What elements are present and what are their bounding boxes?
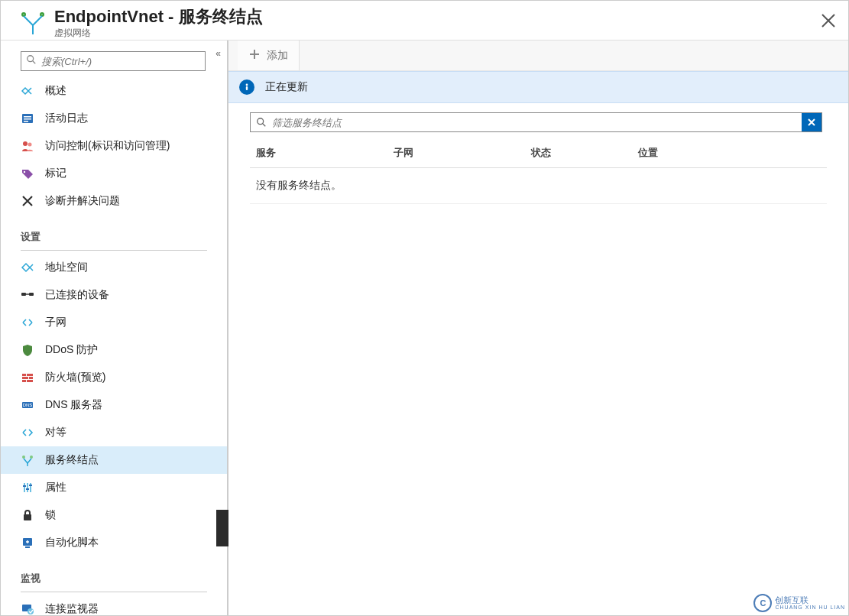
- info-icon: [239, 79, 254, 95]
- svg-point-39: [258, 118, 264, 125]
- svg-rect-27: [27, 483, 28, 492]
- dns-icon: DNS: [21, 398, 34, 412]
- svg-rect-17: [22, 377, 28, 379]
- connection-monitor-icon: [21, 602, 34, 615]
- sidebar-item-overview[interactable]: 概述: [1, 77, 227, 105]
- filter-input[interactable]: [272, 113, 802, 131]
- tags-icon: [21, 167, 34, 180]
- sidebar-item-label: 属性: [45, 481, 66, 494]
- sidebar-item-service-endpoints[interactable]: 服务终结点: [1, 446, 227, 474]
- sidebar-item-properties[interactable]: 属性: [1, 474, 227, 501]
- sidebar-item-access-control[interactable]: 访问控制(标识和访问管理): [1, 132, 227, 160]
- svg-point-11: [24, 171, 25, 173]
- sidebar-search[interactable]: [21, 51, 206, 71]
- sidebar-item-automation-script[interactable]: 自动化脚本: [1, 529, 227, 556]
- col-service[interactable]: 服务: [256, 146, 394, 160]
- svg-rect-15: [22, 374, 26, 376]
- sidebar-item-subnets[interactable]: 子网: [1, 309, 227, 336]
- watermark-logo-icon: C: [753, 594, 772, 612]
- sidebar-item-tags[interactable]: 标记: [1, 160, 227, 187]
- info-banner: 正在更新: [228, 71, 848, 103]
- banner-message: 正在更新: [265, 80, 308, 94]
- page-subtitle: 虚拟网络: [54, 27, 91, 40]
- sidebar-item-label: 地址空间: [45, 261, 88, 274]
- svg-text:DNS: DNS: [23, 403, 33, 407]
- svg-rect-8: [24, 121, 28, 122]
- address-space-icon: [21, 261, 34, 274]
- filter-box[interactable]: [250, 112, 822, 132]
- sidebar-item-label: 服务终结点: [45, 453, 99, 467]
- sidebar-item-label: 对等: [45, 426, 66, 439]
- sidebar-item-address-space[interactable]: 地址空间: [1, 254, 227, 281]
- svg-line-40: [263, 124, 266, 127]
- col-status[interactable]: 状态: [531, 146, 638, 160]
- svg-point-24: [30, 456, 33, 459]
- search-icon: [251, 113, 272, 131]
- properties-icon: [21, 481, 34, 494]
- sidebar-item-label: 标记: [45, 167, 66, 180]
- add-button[interactable]: 添加: [238, 41, 300, 70]
- sidebar-item-label: 访问控制(标识和访问管理): [45, 139, 170, 153]
- diagnose-icon: [21, 194, 34, 208]
- svg-point-0: [22, 13, 25, 16]
- svg-rect-32: [24, 514, 31, 520]
- sidebar-item-label: 防火墙(预览): [45, 371, 105, 384]
- sidebar-item-peerings[interactable]: 对等: [1, 419, 227, 446]
- lock-icon: [21, 508, 34, 522]
- sidebar-search-input[interactable]: [41, 56, 200, 67]
- svg-rect-7: [24, 118, 31, 120]
- plus-icon: [248, 48, 267, 63]
- svg-rect-31: [29, 485, 32, 486]
- sidebar-item-label: DNS 服务器: [45, 398, 102, 412]
- activity-log-icon: [21, 112, 34, 125]
- vnet-icon: [19, 8, 47, 36]
- svg-rect-26: [24, 483, 25, 492]
- svg-point-1: [41, 13, 44, 16]
- svg-rect-38: [246, 86, 248, 90]
- watermark: C 创新互联 CHUANG XIN HU LIAN: [753, 594, 845, 612]
- sidebar-item-label: 连接监视器: [45, 602, 99, 615]
- sidebar-item-dns[interactable]: DNS DNS 服务器: [1, 391, 227, 419]
- access-control-icon: [21, 139, 34, 153]
- sidebar-item-label: 活动日志: [45, 112, 88, 125]
- svg-rect-29: [23, 485, 26, 487]
- automation-script-icon: [21, 536, 34, 550]
- sidebar-item-ddos[interactable]: DDoS 防护: [1, 336, 227, 364]
- sidebar-scrollbar-thumb[interactable]: [216, 510, 228, 546]
- svg-rect-13: [29, 293, 34, 296]
- svg-rect-19: [22, 380, 26, 382]
- search-icon: [26, 54, 41, 68]
- svg-line-4: [33, 61, 36, 64]
- sidebar-item-activity-log[interactable]: 活动日志: [1, 105, 227, 132]
- sidebar-item-label: 子网: [45, 316, 66, 329]
- svg-point-9: [23, 141, 28, 146]
- sidebar-item-firewall[interactable]: 防火墙(预览): [1, 364, 227, 391]
- empty-state-message: 没有服务终结点。: [250, 168, 827, 204]
- svg-point-3: [28, 56, 34, 62]
- close-button[interactable]: [819, 11, 838, 30]
- subnets-icon: [21, 316, 34, 329]
- table-header-row: 服务 子网 状态 位置: [250, 137, 827, 168]
- svg-point-37: [246, 84, 248, 86]
- svg-point-10: [28, 143, 32, 147]
- clear-filter-button[interactable]: [802, 113, 821, 131]
- col-location[interactable]: 位置: [638, 146, 821, 160]
- svg-rect-12: [21, 293, 26, 296]
- collapse-sidebar-button[interactable]: «: [215, 48, 221, 59]
- svg-rect-30: [26, 488, 29, 490]
- add-button-label: 添加: [267, 49, 288, 63]
- svg-rect-34: [25, 546, 30, 548]
- svg-rect-18: [29, 377, 33, 379]
- sidebar-item-connected-devices[interactable]: 已连接的设备: [1, 281, 227, 309]
- sidebar-item-locks[interactable]: 锁: [1, 501, 227, 529]
- peerings-icon: [21, 426, 34, 439]
- firewall-icon: [21, 371, 34, 384]
- svg-rect-20: [27, 380, 33, 382]
- connected-devices-icon: [21, 288, 34, 302]
- sidebar-item-label: 自动化脚本: [45, 536, 99, 550]
- svg-rect-16: [27, 374, 33, 376]
- svg-rect-28: [30, 483, 31, 492]
- sidebar-item-diagnose[interactable]: 诊断并解决问题: [1, 187, 227, 215]
- sidebar-item-connection-monitor[interactable]: 连接监视器: [1, 595, 227, 615]
- col-subnet[interactable]: 子网: [394, 146, 531, 160]
